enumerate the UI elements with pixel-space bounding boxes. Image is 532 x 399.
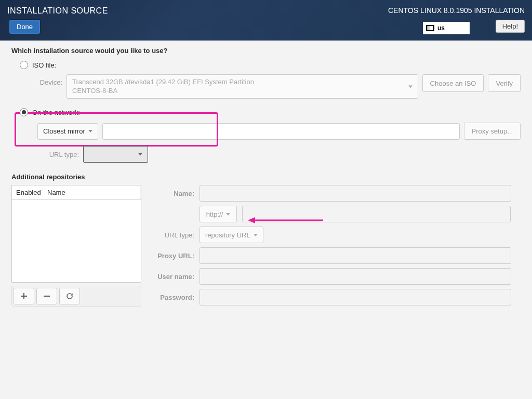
device-line1: Transcend 32GB /dev/sda1 (29.42 GiB) EFI… [72, 78, 402, 87]
repo-urltype-value: repository URL [205, 231, 250, 239]
network-radio[interactable] [20, 108, 28, 116]
device-label: Device: [35, 74, 62, 86]
repo-name-label: Name: [154, 190, 194, 197]
chevron-down-icon [138, 153, 142, 156]
repo-urltype-label: URL type: [154, 231, 194, 239]
remove-repo-button[interactable] [36, 288, 57, 304]
repo-password-input[interactable] [200, 289, 511, 305]
repo-proto-dropdown[interactable]: http:// [200, 206, 237, 222]
keyboard-layout-label: us [437, 24, 445, 32]
repo-table[interactable]: Enabled Name [11, 185, 141, 283]
plus-icon [20, 292, 28, 300]
choose-iso-button[interactable]: Choose an ISO [422, 74, 484, 92]
chevron-down-icon [254, 234, 258, 236]
repo-form: Name: http:// URL type: repository URL [154, 185, 521, 310]
repo-username-label: User name: [154, 273, 194, 281]
repo-col-name[interactable]: Name [43, 185, 141, 200]
verify-button[interactable]: Verify [488, 74, 521, 92]
chevron-down-icon [226, 213, 230, 216]
proxy-setup-button[interactable]: Proxy setup... [464, 123, 521, 140]
minus-icon [43, 292, 50, 300]
repo-list-panel: Enabled Name [11, 185, 141, 307]
device-line2: CENTOS-8-BA [72, 87, 402, 96]
iso-option-row: ISO file: [11, 61, 521, 69]
repo-urltype-dropdown[interactable]: repository URL [200, 227, 263, 243]
add-repo-button[interactable] [14, 288, 34, 304]
repo-name-input[interactable] [200, 185, 511, 202]
done-button[interactable]: Done [9, 20, 40, 34]
help-button[interactable]: Help! [496, 20, 525, 33]
keyboard-layout-selector[interactable]: us [423, 22, 470, 34]
repo-proxyurl-label: Proxy URL: [154, 252, 194, 260]
url-type-combo[interactable] [83, 146, 148, 163]
annotation-highlight [15, 112, 218, 147]
additional-repos-title: Additional repositories [11, 173, 521, 181]
repo-password-label: Password: [154, 294, 194, 301]
repo-col-enabled[interactable]: Enabled [12, 185, 43, 200]
refresh-repo-button[interactable] [59, 288, 80, 304]
iso-radio-label: ISO file: [32, 61, 56, 69]
repo-toolbar [11, 286, 141, 307]
repo-proxyurl-input[interactable] [200, 247, 511, 264]
url-type-row: URL type: [11, 146, 521, 163]
refresh-icon [66, 292, 73, 300]
repo-proto-value: http:// [206, 210, 223, 218]
repo-url-input[interactable] [242, 206, 511, 222]
keyboard-icon [426, 25, 434, 31]
device-combo[interactable]: Transcend 32GB /dev/sda1 (29.42 GiB) EFI… [66, 74, 418, 99]
source-question: Which installation source would you like… [11, 47, 521, 55]
url-type-label: URL type: [11, 151, 79, 158]
product-title: CENTOS LINUX 8.0.1905 INSTALLATION [388, 6, 525, 15]
chevron-down-icon [408, 85, 413, 88]
repo-username-input[interactable] [200, 268, 511, 285]
device-row: Device: Transcend 32GB /dev/sda1 (29.42 … [11, 74, 521, 99]
main-content: Which installation source would you like… [0, 41, 532, 316]
additional-repos-section: Enabled Name Name: [11, 185, 521, 310]
iso-radio[interactable] [20, 61, 28, 69]
header: INSTALLATION SOURCE CENTOS LINUX 8.0.190… [0, 0, 532, 41]
repo-table-header: Enabled Name [12, 185, 141, 200]
